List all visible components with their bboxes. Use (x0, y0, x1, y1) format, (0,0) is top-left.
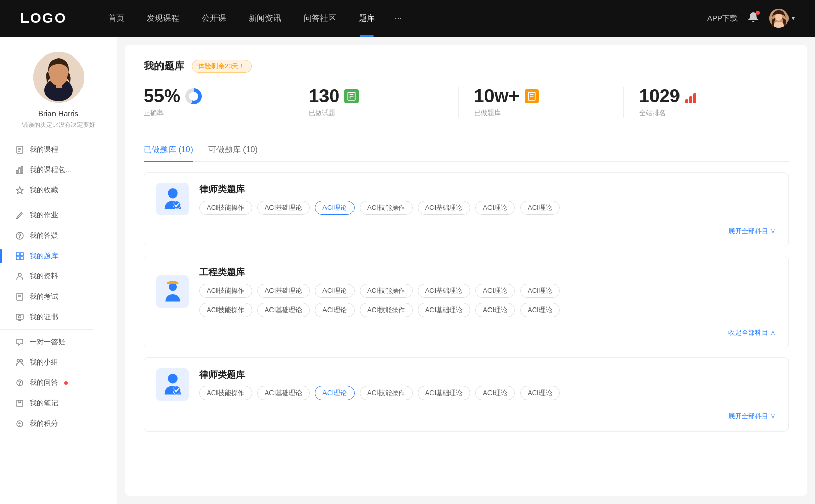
navbar: LOGO 首页 发现课程 公开课 新闻资讯 问答社区 题库 ··· APP下载 (0, 0, 815, 37)
nav-more[interactable]: ··· (386, 0, 410, 37)
bank-icon-lawyer2 (156, 368, 189, 401)
tag-3-1[interactable]: ACI基础理论 (257, 386, 310, 400)
sidebar-label-myqa: 我的问答 (30, 378, 58, 387)
svg-point-16 (20, 238, 20, 238)
nav-opencourse[interactable]: 公开课 (191, 0, 237, 37)
sidebar-item-profile[interactable]: 我的资料 (0, 266, 117, 287)
sidebar-item-certificate[interactable]: 我的证书 (0, 307, 117, 327)
tag-1-6[interactable]: ACI理论 (520, 201, 560, 215)
tags-row-2a: ACI技能操作 ACI基础理论 ACI理论 ACI技能操作 ACI基础理论 AC… (199, 284, 776, 298)
svg-rect-11 (19, 168, 20, 174)
sidebar-label-courses: 我的课程 (30, 145, 58, 154)
tag-3-2[interactable]: ACI理论 (315, 386, 355, 400)
notification-bell[interactable] (748, 12, 759, 25)
myqa-dot (64, 381, 68, 385)
sidebar-item-courses[interactable]: 我的课程 (0, 139, 117, 160)
stat-questions-done: 130 已做试题 (293, 87, 458, 118)
nav-news[interactable]: 新闻资讯 (237, 0, 292, 37)
tag-2b-5[interactable]: ACI理论 (475, 303, 515, 317)
navbar-right: APP下载 ▾ (707, 9, 795, 28)
tag-3-3[interactable]: ACI技能操作 (360, 386, 413, 400)
tag-3-5[interactable]: ACI理论 (475, 386, 515, 400)
tag-2-5[interactable]: ACI理论 (475, 284, 515, 298)
expand-link-3[interactable]: 展开全部科目 ∨ (156, 412, 776, 421)
sidebar-label-certificate: 我的证书 (30, 313, 58, 322)
tag-2-6[interactable]: ACI理论 (520, 284, 560, 298)
bank-name-label-3: 律师类题库 (199, 369, 560, 381)
tag-3-6[interactable]: ACI理论 (520, 386, 560, 400)
star-icon (15, 186, 24, 195)
svg-rect-10 (16, 170, 18, 174)
sidebar-label-homework: 我的作业 (30, 211, 58, 220)
sidebar-label-qa: 我的答疑 (30, 231, 58, 240)
bank-card-2: 工程类题库 ACI技能操作 ACI基础理论 ACI理论 ACI技能操作 ACI基… (144, 256, 789, 348)
svg-point-21 (18, 273, 21, 276)
svg-point-44 (168, 374, 178, 384)
stat-banks-done-value: 10w+ (474, 87, 520, 105)
collapse-link-2[interactable]: 收起全部科目 ∧ (156, 328, 776, 338)
tab-done[interactable]: 已做题库 (10) (144, 145, 193, 161)
sidebar-item-myqa[interactable]: 我的问答 (0, 373, 117, 393)
app-download-link[interactable]: APP下载 (707, 14, 738, 23)
nav-home[interactable]: 首页 (97, 0, 135, 37)
points-icon (15, 419, 24, 428)
bank-name-label-1: 律师类题库 (199, 183, 560, 195)
tab-todo[interactable]: 可做题库 (10) (208, 145, 258, 161)
bar-icon (15, 165, 24, 175)
stat-accuracy-value: 55% (144, 87, 180, 105)
tag-3-0[interactable]: ACI技能操作 (199, 386, 252, 400)
tag-2b-0[interactable]: ACI技能操作 (199, 303, 252, 317)
doc-green-icon (344, 89, 359, 103)
sidebar-item-homework[interactable]: 我的作业 (0, 205, 117, 226)
file-icon (15, 145, 24, 154)
user-avatar-menu[interactable]: ▾ (769, 9, 795, 28)
sidebar-item-1on1[interactable]: 一对一答疑 (0, 332, 117, 352)
question-icon (15, 231, 24, 240)
sidebar-label-favorites: 我的收藏 (30, 186, 58, 195)
person-icon (15, 272, 24, 281)
tag-1-3[interactable]: ACI技能操作 (360, 201, 413, 215)
stat-questions-done-label: 已做试题 (309, 108, 335, 118)
expand-link-1[interactable]: 展开全部科目 ∨ (156, 227, 776, 236)
stat-rank-value: 1029 (639, 87, 680, 105)
svg-rect-25 (16, 314, 23, 319)
tag-2-0[interactable]: ACI技能操作 (199, 284, 252, 298)
nav-discover[interactable]: 发现课程 (135, 0, 191, 37)
tag-1-0[interactable]: ACI技能操作 (199, 201, 252, 215)
sidebar-item-points[interactable]: 我的积分 (0, 413, 117, 434)
tag-2b-3[interactable]: ACI技能操作 (360, 303, 413, 317)
sidebar-item-questionbank[interactable]: 我的题库 (0, 246, 117, 266)
sidebar-item-exam[interactable]: 我的考试 (0, 287, 117, 307)
sidebar-item-favorites[interactable]: 我的收藏 (0, 180, 117, 201)
divider2 (0, 329, 93, 330)
nav-questionbank[interactable]: 题库 (347, 0, 386, 37)
tag-2-3[interactable]: ACI技能操作 (360, 284, 413, 298)
doc-orange-icon (525, 89, 539, 103)
tag-3-4[interactable]: ACI基础理论 (418, 386, 471, 400)
logo: LOGO (20, 10, 66, 26)
tag-2b-2[interactable]: ACI理论 (315, 303, 355, 317)
chat-icon (15, 338, 24, 347)
tag-2-2[interactable]: ACI理论 (315, 284, 355, 298)
stats-row: 55% 正确率 130 已做试题 10w+ (144, 87, 789, 130)
tag-1-5[interactable]: ACI理论 (475, 201, 515, 215)
bank-name-1: 律师类题库 ACI技能操作 ACI基础理论 ACI理论 ACI技能操作 ACI基… (199, 183, 560, 215)
tag-2b-1[interactable]: ACI基础理论 (257, 303, 310, 317)
nav-qa[interactable]: 问答社区 (292, 0, 347, 37)
edit-icon (15, 211, 24, 220)
sidebar-label-1on1: 一对一答疑 (30, 338, 65, 347)
tag-1-4[interactable]: ACI基础理论 (418, 201, 471, 215)
tag-1-2[interactable]: ACI理论 (315, 201, 355, 215)
sidebar-item-qa[interactable]: 我的答疑 (0, 226, 117, 246)
svg-point-30 (20, 385, 20, 385)
tag-2b-6[interactable]: ACI理论 (520, 303, 560, 317)
sidebar-label-questionbank: 我的题库 (30, 251, 58, 261)
sidebar-item-notes[interactable]: 我的笔记 (0, 393, 117, 413)
tag-1-1[interactable]: ACI基础理论 (257, 201, 310, 215)
bar2 (689, 96, 692, 103)
tag-2b-4[interactable]: ACI基础理论 (418, 303, 471, 317)
sidebar-item-group[interactable]: 我的小组 (0, 352, 117, 373)
sidebar-item-course-package[interactable]: 我的课程包... (0, 160, 117, 180)
tag-2-4[interactable]: ACI基础理论 (418, 284, 471, 298)
tag-2-1[interactable]: ACI基础理论 (257, 284, 310, 298)
